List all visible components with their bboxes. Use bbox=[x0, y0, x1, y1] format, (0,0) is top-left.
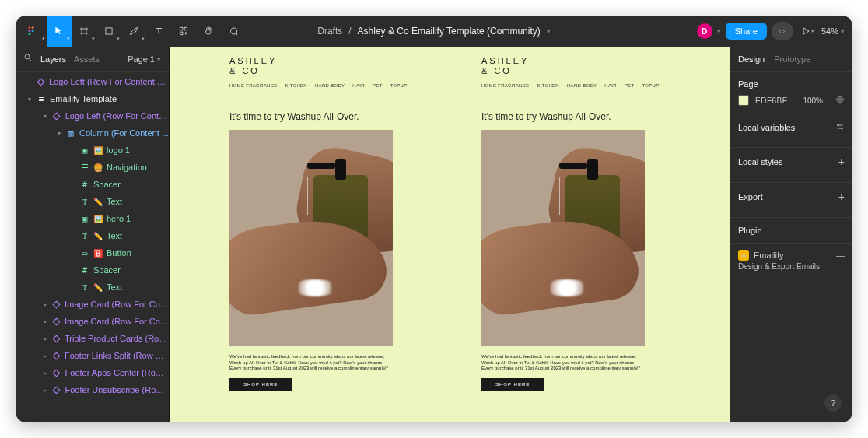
twisty-icon[interactable]: ▸ bbox=[42, 370, 48, 377]
layer-row[interactable]: ☰🍔Navigation bbox=[16, 159, 169, 176]
layer-row[interactable]: ▾≡Emailify Template bbox=[16, 90, 169, 107]
main-menu-button[interactable]: ▾ bbox=[16, 16, 47, 47]
color-swatch[interactable] bbox=[738, 95, 749, 106]
layer-row[interactable]: ▾Logo Left (Row For Conte... bbox=[16, 107, 169, 124]
tab-prototype[interactable]: Prototype bbox=[774, 54, 810, 64]
left-panel: Layers Assets Page 1 ▾ Logo Left (Row Fo… bbox=[16, 47, 170, 422]
tab-layers[interactable]: Layers bbox=[40, 54, 66, 64]
tab-design[interactable]: Design bbox=[738, 54, 765, 64]
pen-tool[interactable]: ▾ bbox=[121, 16, 146, 47]
hex-value[interactable]: EDF6BE bbox=[755, 96, 788, 105]
avatar[interactable]: D bbox=[697, 23, 712, 39]
shape-tool[interactable]: ▾ bbox=[96, 16, 121, 47]
plus-icon[interactable]: + bbox=[838, 156, 845, 168]
nav-link[interactable]: HAND BODY bbox=[567, 83, 597, 88]
layer-row[interactable]: ▸Footer Apps Center (Row ... bbox=[16, 364, 169, 381]
nav-row: HOME FRAGRANCEKITCHENHAND BODYHAIRPETTOP… bbox=[229, 83, 408, 88]
layers-list[interactable]: Logo Left (Row For Content Co...▾≡Emaili… bbox=[16, 72, 169, 422]
layer-row[interactable]: ▸Image Card (Row For Cont... bbox=[16, 313, 169, 330]
layer-row[interactable]: ▸Triple Product Cards (Row ... bbox=[16, 330, 169, 347]
layer-row[interactable]: ▾▥Column (For Content ... bbox=[16, 124, 169, 142]
nav-link[interactable]: TOPUP bbox=[390, 83, 407, 88]
nav-link[interactable]: PET bbox=[625, 83, 635, 88]
emoji-icon: 🖼️ bbox=[93, 146, 103, 155]
local-variables-section[interactable]: Local variables bbox=[730, 114, 852, 148]
text-tool[interactable] bbox=[146, 16, 171, 47]
avatar-chevron-icon[interactable]: ▾ bbox=[717, 27, 721, 35]
cta-button[interactable]: SHOP HERE bbox=[229, 378, 292, 391]
hand-tool[interactable] bbox=[196, 16, 221, 47]
nav-link[interactable]: HAIR bbox=[604, 83, 617, 88]
emoji-icon: ✏️ bbox=[93, 198, 103, 206]
layer-row[interactable]: T✏️Text bbox=[16, 193, 169, 210]
nav-link[interactable]: HAIR bbox=[352, 83, 365, 88]
toolbar-left-group: ▾ ▾ ▾ ▾ ▾ bbox=[16, 16, 246, 47]
nav-link[interactable]: KITCHEN bbox=[285, 83, 307, 88]
nav-link[interactable]: HOME FRAGRANCE bbox=[481, 83, 530, 88]
resources-tool[interactable] bbox=[171, 16, 196, 47]
layer-row[interactable]: #Spacer bbox=[16, 176, 169, 193]
layer-type-icon bbox=[52, 336, 61, 342]
layer-row[interactable]: ▣🖼️hero 1 bbox=[16, 210, 169, 227]
layer-row[interactable]: #Spacer bbox=[16, 261, 169, 279]
page-selector[interactable]: Page 1 ▾ bbox=[128, 54, 161, 64]
tab-assets[interactable]: Assets bbox=[74, 54, 100, 64]
local-variables-label: Local variables bbox=[738, 123, 795, 132]
zoom-control[interactable]: 54% ▾ bbox=[821, 26, 845, 36]
layer-row[interactable]: Logo Left (Row For Content Co... bbox=[16, 73, 169, 90]
move-tool[interactable]: ▾ bbox=[47, 16, 72, 47]
body-copy: We've had fantastic feedback from our co… bbox=[481, 354, 645, 372]
layer-row[interactable]: ▣🖼️logo 1 bbox=[16, 142, 169, 159]
nav-link[interactable]: PET bbox=[373, 83, 383, 88]
plugin-icon: ✉ bbox=[738, 250, 749, 261]
comment-tool[interactable] bbox=[221, 16, 246, 47]
plugin-row[interactable]: ✉ Emailify — bbox=[730, 244, 852, 262]
settings-icon[interactable] bbox=[835, 122, 845, 133]
minus-icon[interactable]: — bbox=[836, 251, 845, 260]
frame-tool[interactable]: ▾ bbox=[72, 16, 96, 47]
toolbar-right-group: D ▾ Share ▾ 54% ▾ bbox=[697, 22, 852, 40]
layer-row[interactable]: ▸Image Card (Row For Cont... bbox=[16, 296, 169, 313]
twisty-icon[interactable]: ▾ bbox=[56, 130, 62, 137]
layer-row[interactable]: ▸Footer Links Split (Row For... bbox=[16, 347, 169, 364]
cta-button[interactable]: SHOP HERE bbox=[481, 378, 544, 391]
nav-link[interactable]: HOME FRAGRANCE bbox=[229, 83, 278, 88]
share-button[interactable]: Share bbox=[726, 23, 767, 40]
filename-label: Ashley & Co Emailify Template (Community… bbox=[358, 26, 541, 37]
dev-mode-toggle[interactable] bbox=[772, 22, 793, 40]
layer-name: Footer Unsubscribe (Row ... bbox=[65, 385, 170, 394]
twisty-icon[interactable]: ▸ bbox=[42, 387, 48, 394]
comment-icon bbox=[228, 26, 239, 37]
nav-link[interactable]: KITCHEN bbox=[537, 83, 559, 88]
artboard-2[interactable]: ASHLEY& COHOME FRAGRANCEKITCHENHAND BODY… bbox=[481, 53, 701, 416]
help-button[interactable]: ? bbox=[824, 394, 842, 412]
nav-link[interactable]: HAND BODY bbox=[315, 83, 345, 88]
layer-type-icon: ▭ bbox=[80, 248, 89, 258]
artboard-1[interactable]: ASHLEY& COHOME FRAGRANCEKITCHENHAND BODY… bbox=[229, 53, 449, 416]
export-section[interactable]: Export+ bbox=[730, 183, 852, 218]
layer-name: Text bbox=[107, 282, 122, 292]
twisty-icon[interactable]: ▸ bbox=[42, 352, 48, 359]
twisty-icon[interactable]: ▸ bbox=[42, 301, 48, 308]
twisty-icon[interactable]: ▸ bbox=[42, 335, 48, 342]
plus-icon[interactable]: + bbox=[838, 191, 845, 203]
layer-row[interactable]: ▸Footer Unsubscribe (Row ... bbox=[16, 381, 169, 398]
visibility-toggle-icon[interactable] bbox=[835, 95, 845, 106]
document-title[interactable]: Drafts / Ashley & Co Emailify Template (… bbox=[317, 26, 551, 37]
local-styles-section[interactable]: Local styles+ bbox=[730, 148, 852, 183]
layer-row[interactable]: T✏️Text bbox=[16, 279, 169, 296]
background-fill-row[interactable]: EDF6BE 100% bbox=[738, 95, 845, 106]
nav-link[interactable]: TOPUP bbox=[642, 83, 659, 88]
layer-type-icon: ▣ bbox=[80, 145, 89, 156]
layer-row[interactable]: T✏️Text bbox=[16, 227, 169, 244]
canvas[interactable]: ASHLEY& COHOME FRAGRANCEKITCHENHAND BODY… bbox=[170, 47, 730, 422]
twisty-icon[interactable]: ▸ bbox=[42, 318, 48, 325]
opacity-value[interactable]: 100% bbox=[803, 96, 823, 105]
layer-row[interactable]: ▭🅱️Button bbox=[16, 244, 169, 261]
emoji-icon: 🖼️ bbox=[93, 215, 103, 223]
search-icon[interactable] bbox=[23, 53, 33, 65]
twisty-icon[interactable]: ▾ bbox=[26, 96, 33, 103]
layer-type-icon: ▥ bbox=[66, 128, 75, 138]
twisty-icon[interactable]: ▾ bbox=[42, 113, 48, 120]
present-button[interactable]: ▾ bbox=[798, 22, 817, 40]
